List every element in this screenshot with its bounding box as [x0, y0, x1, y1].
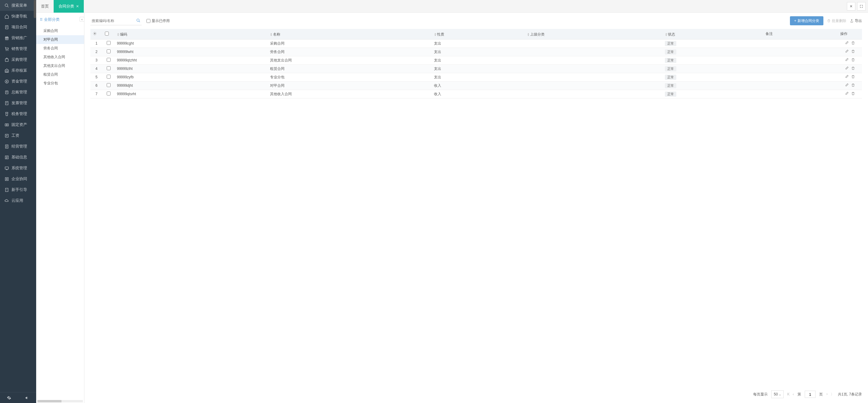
sound-button[interactable] [18, 393, 36, 403]
show-disabled-toggle[interactable]: 显示已停用 [147, 19, 170, 24]
sidebar-item-18[interactable]: 云应用 [0, 195, 36, 206]
delete-button[interactable] [851, 75, 855, 79]
trash-icon [851, 66, 855, 70]
search-input[interactable] [90, 16, 142, 25]
tree-item-3[interactable]: 其他收入合同 [36, 53, 84, 62]
cell-op [838, 64, 862, 73]
page-prefix: 第 [798, 392, 801, 397]
sidebar-item-0[interactable]: 搜索菜单 [0, 0, 36, 11]
edit-button[interactable] [845, 58, 849, 63]
tab-close-icon[interactable]: ✕ [76, 4, 79, 8]
collab-icon [4, 176, 9, 181]
col-nature[interactable]: ▲▼性质 [432, 29, 525, 39]
page-prev[interactable]: ‹ [793, 392, 794, 396]
add-button-label: 新增合同分类 [798, 19, 819, 24]
tree-item-4[interactable]: 其他支出合同 [36, 62, 84, 70]
edit-button[interactable] [845, 92, 849, 96]
col-code[interactable]: ▲▼编码 [115, 29, 268, 39]
edit-button[interactable] [845, 66, 849, 71]
delete-button[interactable] [851, 83, 855, 88]
cell-name: 其他支出合同 [268, 56, 432, 64]
col-parent[interactable]: ▲▼上级分类 [525, 29, 662, 39]
tab-0[interactable]: 首页 [36, 0, 54, 13]
row-checkbox[interactable] [107, 92, 111, 96]
row-checkbox[interactable] [107, 49, 111, 53]
row-checkbox[interactable] [107, 83, 111, 87]
page-first[interactable]: K [787, 392, 789, 396]
tree-item-6[interactable]: 专业分包 [36, 79, 84, 88]
delete-button[interactable] [851, 49, 855, 54]
tree-item-0[interactable]: 采购合同 [36, 27, 84, 35]
tab-1[interactable]: 合同分类✕ [54, 0, 84, 13]
cell-name: 其他收入合同 [268, 90, 432, 98]
sidebar-item-label: 工资 [11, 133, 19, 138]
sidebar-item-2[interactable]: 项目合同 [0, 22, 36, 33]
cell-nature: 支出 [432, 39, 525, 47]
tree-item-2[interactable]: 劳务合同 [36, 44, 84, 53]
row-checkbox[interactable] [107, 58, 111, 62]
edit-button[interactable] [845, 49, 849, 54]
add-contract-type-button[interactable]: + 新增合同分类 [790, 16, 824, 25]
select-all-checkbox[interactable] [105, 32, 109, 36]
tree-scrollbar[interactable] [36, 399, 84, 403]
svg-rect-6 [5, 59, 8, 62]
sidebar-item-12[interactable]: 工资 [0, 130, 36, 141]
collapse-tree-button[interactable]: « [80, 17, 84, 22]
sidebar-item-11[interactable]: 固定资产 [0, 119, 36, 130]
sidebar-item-8[interactable]: 总账管理 [0, 87, 36, 98]
settings-button[interactable] [0, 393, 18, 403]
col-name[interactable]: ▲▼名称 [268, 29, 432, 39]
tree-item-1[interactable]: 对甲合同 [36, 35, 84, 44]
sidebar-item-label: 资金管理 [11, 78, 27, 84]
tree-header[interactable]: ⠿ 全部分类 [36, 13, 84, 27]
sidebar-scrollbar[interactable] [34, 0, 36, 18]
sidebar-item-label: 营销推广 [11, 35, 27, 41]
sidebar-item-6[interactable]: 库存核算 [0, 65, 36, 76]
fullscreen-button[interactable] [857, 2, 866, 10]
edit-button[interactable] [845, 41, 849, 46]
cell-remark [763, 64, 838, 73]
sidebar-item-7[interactable]: 资金管理 [0, 76, 36, 87]
sidebar-item-13[interactable]: 经营管理 [0, 141, 36, 152]
svg-point-19 [137, 19, 139, 22]
sidebar-item-label: 总账管理 [11, 90, 27, 95]
trash-icon [851, 41, 855, 45]
cell-status: 正常 [662, 47, 763, 56]
file-icon [4, 25, 9, 30]
sidebar-item-1[interactable]: 快捷导航 [0, 11, 36, 22]
tree-item-5[interactable]: 租赁合同 [36, 70, 84, 79]
show-disabled-checkbox[interactable] [147, 19, 150, 23]
sidebar-item-16[interactable]: 企业协同 [0, 173, 36, 184]
page-last[interactable]: 〉 [831, 392, 834, 397]
page-next[interactable]: › [827, 392, 828, 397]
sidebar-item-10[interactable]: 税务管理 [0, 108, 36, 119]
delete-button[interactable] [851, 58, 855, 63]
row-checkbox[interactable] [107, 66, 111, 70]
per-page-select[interactable]: 50 [771, 390, 784, 398]
export-button[interactable]: 导出 [850, 19, 862, 24]
page-nav-next: › 〉 [827, 392, 834, 397]
close-all-tabs[interactable]: ✕ [847, 2, 855, 10]
col-status[interactable]: ▲▼状态 [662, 29, 763, 39]
row-index: 1 [90, 39, 102, 47]
sidebar-item-9[interactable]: 发票管理 [0, 98, 36, 108]
sidebar-item-14[interactable]: 基础信息 [0, 152, 36, 163]
row-checkbox[interactable] [107, 75, 111, 78]
trash-icon [851, 83, 855, 87]
sidebar-item-3[interactable]: 营销推广 [0, 33, 36, 43]
delete-button[interactable] [851, 66, 855, 71]
delete-button[interactable] [851, 92, 855, 96]
cart-icon [4, 46, 9, 51]
sidebar-item-4[interactable]: 销售管理 [0, 43, 36, 54]
search-icon[interactable] [136, 19, 141, 24]
sidebar-item-5[interactable]: 采购管理 [0, 54, 36, 65]
sidebar-item-15[interactable]: 系统管理 [0, 163, 36, 173]
col-settings[interactable] [90, 29, 102, 39]
sidebar-item-17[interactable]: 新手引导 [0, 184, 36, 195]
page-input[interactable] [805, 391, 815, 398]
edit-button[interactable] [845, 75, 849, 79]
delete-button[interactable] [851, 41, 855, 46]
row-checkbox[interactable] [107, 41, 111, 45]
cell-name: 采购合同 [268, 39, 432, 47]
edit-button[interactable] [845, 83, 849, 88]
